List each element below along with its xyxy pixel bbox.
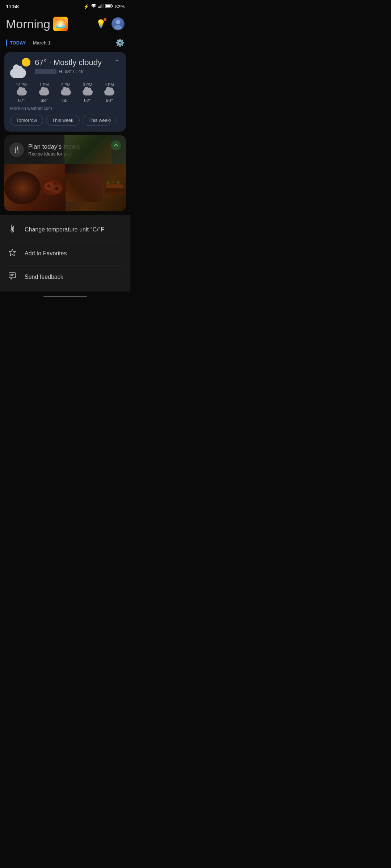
date-section: TODAY · March 1 ⚙️ [0, 35, 130, 51]
hour-label-12pm: 12 PM [16, 82, 28, 87]
hour-label-2pm: 2 PM [61, 82, 71, 87]
weather-hilo: H: 68° L: 49° [59, 69, 85, 74]
notification-dot [104, 18, 106, 21]
more-dots-icon[interactable]: ⋮ [114, 116, 120, 124]
date-separator: · [29, 40, 30, 46]
hour-label-4pm: 4 PM [105, 82, 114, 87]
hour-label-1pm: 1 PM [39, 82, 49, 87]
svg-point-26 [12, 230, 13, 231]
svg-rect-3 [101, 4, 102, 8]
battery-percent: 82% [115, 4, 125, 9]
weather-temp-desc: 67° · Mostly cloudy [35, 58, 120, 67]
home-bar [0, 292, 130, 302]
svg-rect-17 [106, 184, 123, 188]
header: Morning 🌅 💡 [0, 12, 130, 35]
menu-label-favorites: Add to Favorites [25, 250, 67, 257]
recipe-image-1[interactable] [4, 164, 65, 211]
hour-temp-4pm: 60° [106, 98, 113, 103]
meals-chevron-icon[interactable] [111, 140, 121, 150]
hour-item-4pm: 4 PM 60° [104, 82, 114, 103]
weather-info: 67° · Mostly cloudy H: 68° L: 49° [35, 58, 120, 74]
svg-point-14 [53, 183, 55, 185]
sun-icon [22, 58, 30, 67]
weather-description-sep: · [49, 58, 53, 67]
star-icon [7, 248, 17, 259]
date-value: March 1 [33, 40, 51, 46]
svg-point-9 [114, 25, 122, 30]
status-icons: ⚡ 82% [83, 4, 125, 9]
svg-point-13 [47, 184, 50, 187]
hour-cloud-2pm [61, 89, 71, 95]
meals-header: 🍴 Plan today's meals Recipe ideas for yo… [4, 135, 126, 164]
svg-rect-1 [98, 7, 100, 8]
svg-point-8 [116, 20, 120, 24]
menu-item-temp-unit[interactable]: Change temperature unit °C/°F [0, 218, 130, 242]
header-right: 💡 [94, 17, 125, 30]
svg-rect-2 [100, 5, 101, 8]
hour-item-1pm: 1 PM 68° [39, 82, 49, 103]
hourly-forecast: 12 PM 67° 1 PM 68° 2 PM 65° 3 PM 62° 4 P… [10, 82, 120, 103]
date-label: TODAY · March 1 [6, 39, 51, 46]
avatar[interactable] [112, 17, 125, 30]
weather-icon [10, 58, 30, 78]
weather-more-link[interactable]: More on weather.com [10, 106, 120, 111]
tab-tomorrow[interactable]: Tomorrow [10, 115, 43, 126]
cloud-icon [10, 68, 26, 78]
svg-rect-7 [106, 5, 110, 7]
svg-point-22 [121, 181, 123, 182]
date-bar-accent [6, 39, 7, 46]
recipe-image-2[interactable] [66, 164, 126, 211]
chevron-up-icon[interactable]: ⌃ [114, 58, 120, 67]
menu-label-feedback: Send feedback [25, 274, 63, 280]
svg-point-20 [112, 181, 114, 183]
header-left: Morning 🌅 [6, 17, 68, 31]
bottom-menu: Change temperature unit °C/°F Add to Fav… [0, 215, 130, 292]
hour-temp-2pm: 65° [62, 98, 70, 103]
meals-icon-bg: 🍴 [9, 142, 24, 157]
settings-icon[interactable]: ⚙️ [115, 38, 125, 47]
weather-card: 67° · Mostly cloudy H: 68° L: 49° ⌃ 12 P… [4, 52, 126, 132]
feedback-icon [7, 272, 17, 282]
morning-emoji-icon: 🌅 [53, 17, 68, 31]
hour-cloud-12pm [17, 89, 27, 95]
menu-label-temp-unit: Change temperature unit °C/°F [25, 226, 104, 233]
hour-cloud-4pm [104, 89, 114, 95]
weather-location-bar: H: 68° L: 49° [35, 69, 120, 74]
svg-marker-30 [9, 249, 16, 256]
battery-icon [105, 4, 113, 9]
weather-main: 67° · Mostly cloudy H: 68° L: 49° ⌃ [10, 58, 120, 78]
meals-icon: 🍴 [13, 146, 21, 154]
wifi-icon [91, 4, 97, 9]
weather-tabs: Tomorrow This week This weeke ⋮ [10, 115, 120, 126]
svg-rect-25 [12, 227, 13, 230]
recipe-images [4, 164, 126, 211]
status-time: 11:58 [6, 4, 19, 9]
tab-this-week[interactable]: This week [46, 115, 80, 126]
bluetooth-icon: ⚡ [83, 4, 89, 9]
avatar-inner [112, 18, 124, 30]
lightbulb-button[interactable]: 💡 [94, 17, 107, 30]
tab-this-weekend[interactable]: This weeke [83, 115, 111, 126]
home-bar-line [43, 296, 87, 297]
page-title: Morning [6, 17, 50, 31]
hour-temp-1pm: 68° [41, 98, 48, 103]
menu-item-feedback[interactable]: Send feedback [0, 265, 130, 289]
hour-item-2pm: 2 PM 65° [61, 82, 71, 103]
signal-icon [98, 4, 104, 9]
svg-rect-18 [105, 188, 124, 192]
svg-point-0 [93, 8, 94, 9]
thermometer-icon [7, 224, 17, 235]
location-placeholder [35, 69, 56, 74]
svg-point-21 [117, 181, 120, 184]
meals-card: 🍴 Plan today's meals Recipe ideas for yo… [4, 135, 126, 211]
hour-item-12pm: 12 PM 67° [16, 82, 28, 103]
svg-rect-31 [9, 273, 16, 278]
weather-temperature: 67° [35, 58, 47, 67]
status-bar: 11:58 ⚡ 82% [0, 0, 130, 12]
hour-label-3pm: 3 PM [83, 82, 92, 87]
hour-temp-12pm: 67° [18, 98, 25, 103]
hour-temp-3pm: 62° [84, 98, 91, 103]
menu-item-favorites[interactable]: Add to Favorites [0, 242, 130, 265]
svg-point-15 [55, 187, 58, 190]
today-label: TODAY [10, 40, 26, 46]
